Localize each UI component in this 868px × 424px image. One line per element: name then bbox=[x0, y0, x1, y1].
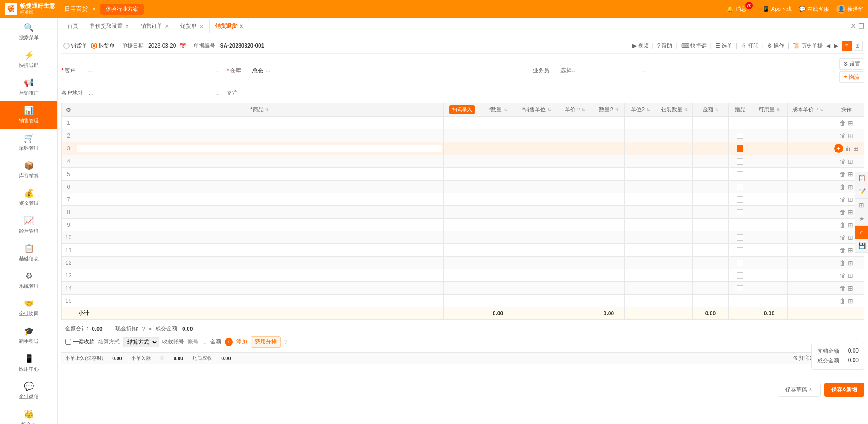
payment-checkbox-input[interactable] bbox=[65, 339, 71, 345]
cell-pack-qty-11[interactable] bbox=[656, 244, 693, 257]
cell-gift-13[interactable] bbox=[729, 269, 751, 282]
cell-cost-price-5[interactable] bbox=[788, 168, 828, 181]
delete-row-btn-12[interactable]: 🗑 bbox=[840, 259, 846, 267]
cell-cost-price-13[interactable] bbox=[788, 269, 828, 282]
settings-btn[interactable]: ⚙ 设置 bbox=[839, 58, 864, 70]
copy-row-btn-4[interactable]: ⊞ bbox=[848, 158, 853, 165]
copy-row-btn-9[interactable]: ⊞ bbox=[848, 221, 853, 229]
cell-cost-price-14[interactable] bbox=[788, 282, 828, 295]
cell-pack-qty-5[interactable] bbox=[656, 168, 693, 181]
cell-goods-14[interactable] bbox=[75, 282, 444, 295]
tab-sales-bill[interactable]: 销货单 × bbox=[175, 19, 209, 33]
help-circle-icon[interactable]: ? bbox=[142, 326, 145, 332]
cell-qty-4[interactable] bbox=[480, 155, 516, 168]
cell-unit2-4[interactable] bbox=[625, 155, 656, 168]
cell-goods-2[interactable] bbox=[75, 129, 444, 142]
sidebar-item-inventory[interactable]: 📦 库存核算 bbox=[0, 156, 57, 184]
cell-cost-price-11[interactable] bbox=[788, 244, 828, 257]
cell-gift-3[interactable] bbox=[729, 142, 751, 155]
cell-gift-10[interactable] bbox=[729, 231, 751, 244]
cell-qty2-2[interactable] bbox=[593, 129, 625, 142]
operate-btn[interactable]: ⚙ 操作 bbox=[767, 42, 784, 50]
copy-row-btn-12[interactable]: ⊞ bbox=[848, 259, 853, 267]
sort-avail-icon[interactable]: ⇅ bbox=[776, 107, 780, 112]
delete-row-btn-4[interactable]: 🗑 bbox=[840, 158, 846, 165]
cell-unit-price-2[interactable] bbox=[557, 129, 593, 142]
cell-amount-15[interactable] bbox=[693, 295, 729, 307]
delete-row-btn-8[interactable]: 🗑 bbox=[840, 209, 846, 216]
cell-sales-unit-6[interactable] bbox=[516, 181, 557, 193]
delete-row-btn-13[interactable]: 🗑 bbox=[840, 272, 846, 279]
cell-unit2-3[interactable] bbox=[625, 142, 656, 155]
cell-pack-qty-15[interactable] bbox=[656, 295, 693, 307]
delete-row-btn-2[interactable]: 🗑 bbox=[840, 132, 846, 139]
goods-input[interactable] bbox=[77, 145, 442, 152]
cell-qty2-1[interactable] bbox=[593, 117, 625, 129]
cell-amount-2[interactable] bbox=[693, 129, 729, 142]
cell-sales-unit-8[interactable] bbox=[516, 206, 557, 219]
cell-qty2-4[interactable] bbox=[593, 155, 625, 168]
delete-row-btn-5[interactable]: 🗑 bbox=[840, 171, 846, 178]
cell-cost-price-4[interactable] bbox=[788, 155, 828, 168]
radio-return-bill[interactable]: 退货单 bbox=[91, 42, 115, 50]
sidebar-item-business[interactable]: 📈 经营管理 bbox=[0, 211, 57, 239]
cell-gift-14[interactable] bbox=[729, 282, 751, 295]
salesperson-input[interactable] bbox=[558, 66, 638, 75]
cell-sales-unit-12[interactable] bbox=[516, 257, 557, 269]
cell-qty2-13[interactable] bbox=[593, 269, 625, 282]
cell-pack-qty-9[interactable] bbox=[656, 219, 693, 231]
app-download-btn[interactable]: 📱 App下载 bbox=[763, 5, 792, 13]
cell-available-11[interactable] bbox=[751, 244, 788, 257]
cell-amount-7[interactable] bbox=[693, 193, 729, 206]
cell-sales-unit-7[interactable] bbox=[516, 193, 557, 206]
cell-gift-6[interactable] bbox=[729, 181, 751, 193]
prev-btn[interactable]: ◀ bbox=[826, 43, 830, 49]
cell-qty2-5[interactable] bbox=[593, 168, 625, 181]
cell-unit-price-4[interactable] bbox=[557, 155, 593, 168]
cell-gift-11[interactable] bbox=[729, 244, 751, 257]
cell-pack-qty-4[interactable] bbox=[656, 155, 693, 168]
cell-available-5[interactable] bbox=[751, 168, 788, 181]
cell-unit-price-11[interactable] bbox=[557, 244, 593, 257]
cell-qty-8[interactable] bbox=[480, 206, 516, 219]
cell-gift-4[interactable] bbox=[729, 155, 751, 168]
experience-btn[interactable]: 体验行业方案 bbox=[100, 4, 144, 15]
cell-sales-unit-5[interactable] bbox=[516, 168, 557, 181]
cell-amount-4[interactable] bbox=[693, 155, 729, 168]
cell-unit2-11[interactable] bbox=[625, 244, 656, 257]
cell-gift-5[interactable] bbox=[729, 168, 751, 181]
sidebar-item-member[interactable]: 👑 畅会员 bbox=[0, 405, 57, 424]
side-icon-1[interactable]: 📋 bbox=[855, 172, 868, 185]
sidebar-item-weixin[interactable]: 💬 企业微信 bbox=[0, 377, 57, 405]
cell-qty2-8[interactable] bbox=[593, 206, 625, 219]
cell-available-7[interactable] bbox=[751, 193, 788, 206]
cell-sales-unit-3[interactable] bbox=[516, 142, 557, 155]
cell-amount-1[interactable] bbox=[693, 117, 729, 129]
cell-amount-12[interactable] bbox=[693, 257, 729, 269]
cell-qty2-3[interactable] bbox=[593, 142, 625, 155]
cell-goods-5[interactable] bbox=[75, 168, 444, 181]
cell-unit-price-15[interactable] bbox=[557, 295, 593, 307]
delete-row-btn-10[interactable]: 🗑 bbox=[840, 234, 846, 241]
cell-cost-price-3[interactable] bbox=[788, 142, 828, 155]
select-btn[interactable]: ☰ 选单 bbox=[715, 42, 732, 50]
cell-qty2-6[interactable] bbox=[593, 181, 625, 193]
cost-price-help-icon[interactable]: ? bbox=[815, 107, 818, 112]
cell-unit-price-8[interactable] bbox=[557, 206, 593, 219]
cell-available-3[interactable] bbox=[751, 142, 788, 155]
window-restore-btn[interactable]: ❐ bbox=[858, 22, 864, 30]
shortcuts-btn[interactable]: ⌨ 快捷键 bbox=[681, 42, 707, 50]
cell-unit2-13[interactable] bbox=[625, 269, 656, 282]
sidebar-item-sales[interactable]: 📊 销售管理 bbox=[0, 101, 57, 129]
cell-cost-price-10[interactable] bbox=[788, 231, 828, 244]
cell-available-10[interactable] bbox=[751, 231, 788, 244]
copy-row-btn-7[interactable]: ⊞ bbox=[848, 196, 853, 203]
sort-unit-icon[interactable]: ⇅ bbox=[547, 107, 551, 112]
delete-row-btn-6[interactable]: 🗑 bbox=[840, 183, 846, 191]
cell-pack-qty-14[interactable] bbox=[656, 282, 693, 295]
cell-unit-price-3[interactable] bbox=[557, 142, 593, 155]
customer-addr-input[interactable] bbox=[87, 88, 212, 97]
cell-amount-3[interactable] bbox=[693, 142, 729, 155]
cell-gift-12[interactable] bbox=[729, 257, 751, 269]
delete-row-btn-3[interactable]: 🗑 bbox=[845, 145, 851, 152]
